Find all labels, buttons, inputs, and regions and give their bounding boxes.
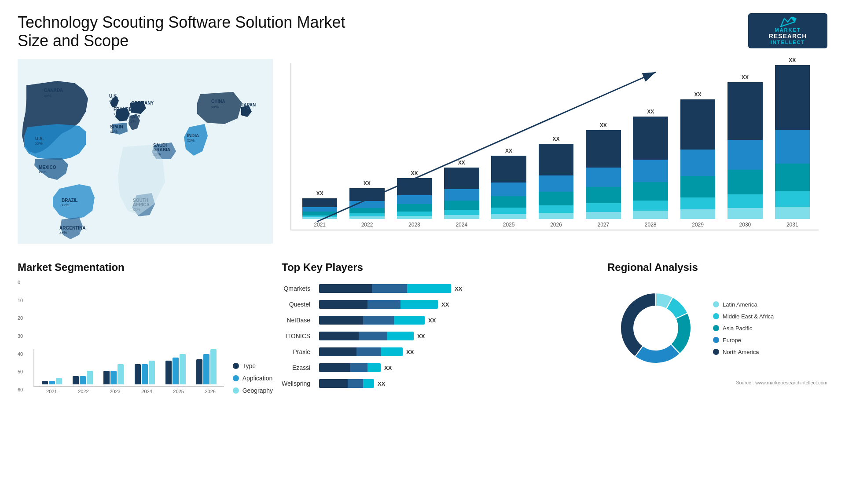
france-label: FRANCE [114,107,132,112]
player-val: XX [441,301,449,308]
logo-box: MARKET RESEARCH INTELLECT [748,13,827,48]
seg-bar-group-4 [162,354,189,384]
bar-group-2023: XX2023 [393,63,436,228]
player-name-qmarkets: Qmarkets [282,283,310,294]
player-name-questel: Questel [282,299,310,310]
bar-group-2025: XX2025 [487,63,530,228]
legend-application: Application [233,375,273,382]
svg-text:xx%: xx% [241,107,249,112]
bar-group-2029: XX2029 [676,63,720,228]
svg-text:xx%: xx% [129,119,136,124]
brazil-label: BRAZIL [62,198,78,203]
seg-bars [33,349,224,387]
svg-text:xx%: xx% [131,106,139,110]
reg-legend-middle-east-&-africa: Middle East & Africa [713,313,774,320]
mexico-label: MEXICO [39,165,56,170]
logo-line1: MARKET [775,27,801,33]
donut-chart [607,280,704,376]
seg-bar-group-5 [193,349,220,385]
player-val: XX [455,285,462,292]
reg-legend-north-america: North America [713,349,774,355]
svg-text:xx%: xx% [62,203,69,207]
player-val: XX [384,365,392,371]
players-title: Top Key Players [282,261,599,274]
player-name-itonics: ITONICS [282,331,310,341]
regional-inner: Latin AmericaMiddle East & AfricaAsia Pa… [607,280,827,376]
svg-text:xx%: xx% [39,170,46,174]
player-val: XX [406,349,414,355]
bar-group-2028: XX2028 [629,63,672,228]
player-val: XX [417,333,425,340]
player-list: QmarketsQuestelNetBaseITONICSPraxieEzass… [282,280,599,389]
logo-line2: RESEARCH [769,33,807,40]
regional-section: Regional Analysis Latin AmericaMiddle Ea… [607,257,827,398]
application-dot [233,375,239,381]
seg-legend: Type Application Geography [233,354,273,394]
donut-svg [607,280,704,376]
seg-bar-group-2 [100,364,127,384]
map-section: CANADA xx% U.S. xx% MEXICO xx% BRAZIL xx… [18,59,273,248]
player-name-praxie: Praxie [282,347,310,357]
spain-label: SPAIN [110,124,123,129]
svg-point-23 [635,307,677,349]
bottom-section: Market Segmentation 60 50 40 30 20 10 0 … [18,257,827,398]
uk-label: U.K. [109,94,118,99]
china-label: CHINA [211,99,225,104]
main-grid: CANADA xx% U.S. xx% MEXICO xx% BRAZIL xx… [18,59,827,398]
bar-group-2021: XX2021 [298,63,342,228]
legend-geography: Geography [233,387,273,394]
regional-legend: Latin AmericaMiddle East & AfricaAsia Pa… [713,301,774,355]
player-names: QmarketsQuestelNetBaseITONICSPraxieEzass… [282,280,310,389]
bar-group-2022: XX2022 [345,63,389,228]
svg-text:xx%: xx% [59,230,67,235]
seg-bar-group-1 [70,371,96,384]
bar-group-2027: XX2027 [581,63,625,228]
bar-group-2030: XX2030 [723,63,767,228]
regional-title: Regional Analysis [607,261,827,274]
bar-chart-container: XX2021XX2022XX2023XX2024XX2025XX2026XX20… [290,63,819,230]
svg-text:xx%: xx% [109,99,117,103]
players-section: Top Key Players QmarketsQuestelNetBaseIT… [282,257,599,398]
svg-text:xx%: xx% [35,141,43,146]
svg-text:xx%: xx% [44,94,51,98]
player-name-wellspring: Wellspring [282,378,310,389]
india-label: INDIA [187,133,199,138]
player-bar-row-ezassi: XX [319,362,599,373]
player-val: XX [378,380,385,387]
logo-area: MARKET RESEARCH INTELLECT [748,13,827,48]
bar-chart-section: XX2021XX2022XX2023XX2024XX2025XX2026XX20… [282,59,827,248]
bar-group-2026: XX2026 [534,63,578,228]
player-bar-row-praxie: XX [319,347,599,357]
logo-icon [777,17,799,27]
player-name-netbase: NetBase [282,315,310,325]
page-title: Technology Scouting Software Solution Ma… [18,13,370,50]
italy-label: ITALY [129,114,141,119]
player-val: XX [428,317,436,324]
world-map-svg: CANADA xx% U.S. xx% MEXICO xx% BRAZIL xx… [18,59,273,244]
germany-label: GERMANY [131,101,154,106]
bar-group-2024: XX2024 [440,63,483,228]
reg-legend-asia-pacific: Asia Pacific [713,325,774,332]
logo-line3: INTELLECT [771,40,805,45]
seg-y-labels: 60 50 40 30 20 10 0 [18,280,25,394]
legend-type: Type [233,362,273,369]
player-bar-row-netbase: XX [319,315,599,325]
japan-label: JAPAN [241,102,256,107]
seg-bar-group-0 [39,378,65,384]
seg-bar-group-3 [131,361,158,384]
canada-label: CANADA [44,88,63,93]
svg-text:xx%: xx% [211,105,219,109]
player-bar-row-qmarkets: XX [319,283,599,294]
player-name-ezassi: Ezassi [282,362,310,373]
segmentation-title: Market Segmentation [18,261,273,274]
segmentation-section: Market Segmentation 60 50 40 30 20 10 0 … [18,257,273,398]
svg-text:xx%: xx% [187,138,195,142]
us-label: U.S. [35,136,44,141]
player-bar-row-itonics: XX [319,331,599,341]
player-bar-row-wellspring: XX [319,378,599,389]
seg-chart-area: 60 50 40 30 20 10 0 20212022202320242025… [18,280,273,394]
player-bars: XXXXXXXXXXXXXX [319,280,599,389]
reg-legend-europe: Europe [713,337,774,343]
reg-legend-latin-america: Latin America [713,301,774,308]
header: Technology Scouting Software Solution Ma… [18,13,827,50]
